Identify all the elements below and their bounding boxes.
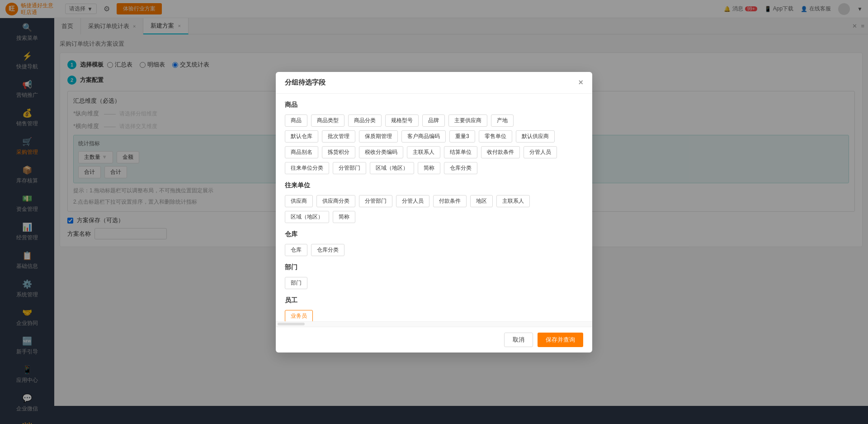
field-tag[interactable]: 付款条件 (433, 195, 467, 207)
field-tag[interactable]: 税收分类编码 (359, 146, 403, 158)
field-tag[interactable]: 分管人员 (396, 195, 429, 207)
field-tag[interactable]: 分管人员 (524, 146, 557, 158)
field-tags-employee: 业务员 (285, 310, 583, 322)
section-title-product: 商品 (285, 101, 583, 109)
field-tags-product-4: 往来单位分类 分管部门 区域（地区） 简称 仓库分类 (285, 162, 583, 174)
field-tag[interactable]: 仓库 (285, 244, 307, 256)
field-tag[interactable]: 分管部门 (359, 195, 392, 207)
dialog-footer: 取消 保存并查询 (276, 327, 592, 353)
field-tag[interactable]: 分管部门 (333, 162, 366, 174)
field-tag[interactable]: 主要供应商 (448, 114, 487, 127)
field-tag-employee[interactable]: 业务员 (285, 310, 313, 322)
field-tag[interactable]: 主联系人 (407, 146, 440, 158)
field-tag[interactable]: 区域（地区） (370, 162, 414, 174)
field-tags-product: 商品 商品类型 商品分类 规格型号 品牌 主要供应商 产地 (285, 114, 583, 127)
field-tag[interactable]: 默认仓库 (285, 130, 318, 143)
field-tag[interactable]: 仓库分类 (311, 244, 344, 256)
field-tag[interactable]: 往来单位分类 (285, 162, 329, 174)
field-tag[interactable]: 拣货积分 (322, 146, 355, 158)
field-tags-counterparty: 供应商 供应商分类 分管部门 分管人员 付款条件 地区 主联系人 (285, 195, 583, 207)
field-tag[interactable]: 区域（地区） (285, 211, 329, 223)
field-tag[interactable]: 部门 (285, 277, 307, 289)
dialog-hscrollbar[interactable] (276, 321, 592, 326)
field-tag[interactable]: 简称 (333, 211, 355, 223)
field-tag[interactable]: 商品分类 (348, 114, 382, 127)
dialog-header: 分组待选字段 × (276, 72, 592, 94)
overlay: 分组待选字段 × 商品 商品 商品类型 商品分类 规格型号 品牌 主要供应商 产… (0, 0, 868, 424)
field-tag[interactable]: 商品 (285, 114, 307, 127)
field-tag[interactable]: 供应商 (285, 195, 313, 207)
field-tag[interactable]: 结算单位 (444, 146, 477, 158)
cancel-button[interactable]: 取消 (504, 333, 533, 347)
field-tag[interactable]: 规格型号 (385, 114, 419, 127)
field-tag[interactable]: 主联系人 (496, 195, 530, 207)
field-tags-counterparty-2: 区域（地区） 简称 (285, 211, 583, 223)
field-tags-warehouse: 仓库 仓库分类 (285, 244, 583, 256)
dialog-body[interactable]: 商品 商品 商品类型 商品分类 规格型号 品牌 主要供应商 产地 默认仓库 批次… (276, 94, 592, 322)
field-tag[interactable]: 商品别名 (285, 146, 318, 158)
field-tags-department: 部门 (285, 277, 583, 289)
dialog-close-btn[interactable]: × (578, 78, 583, 86)
hscroll-thumb[interactable] (278, 323, 305, 325)
field-tag[interactable]: 产地 (491, 114, 514, 127)
field-tag[interactable]: 客户商品编码 (401, 130, 446, 143)
section-title-department: 部门 (285, 263, 583, 272)
field-tag[interactable]: 品牌 (422, 114, 445, 127)
field-tag[interactable]: 收付款条件 (481, 146, 520, 158)
section-title-warehouse: 仓库 (285, 230, 583, 238)
field-tag[interactable]: 供应商分类 (316, 195, 355, 207)
field-tags-product-3: 商品别名 拣货积分 税收分类编码 主联系人 结算单位 收付款条件 分管人员 (285, 146, 583, 158)
section-title-counterparty: 往来单位 (285, 181, 583, 190)
field-tag[interactable]: 默认供应商 (516, 130, 555, 143)
field-tag[interactable]: 重量3 (449, 130, 475, 143)
field-tag[interactable]: 商品类型 (311, 114, 344, 127)
field-tags-product-2: 默认仓库 批次管理 保质期管理 客户商品编码 重量3 零售单位 默认供应商 (285, 130, 583, 143)
field-tag[interactable]: 简称 (418, 162, 440, 174)
field-tag[interactable]: 零售单位 (479, 130, 512, 143)
field-tag[interactable]: 保质期管理 (359, 130, 398, 143)
field-tag[interactable]: 地区 (470, 195, 493, 207)
dialog: 分组待选字段 × 商品 商品 商品类型 商品分类 规格型号 品牌 主要供应商 产… (276, 72, 592, 353)
dialog-title: 分组待选字段 (285, 78, 326, 87)
field-tag[interactable]: 仓库分类 (444, 162, 477, 174)
confirm-button[interactable]: 保存并查询 (538, 333, 583, 347)
field-tag[interactable]: 批次管理 (322, 130, 355, 143)
section-title-employee: 员工 (285, 296, 583, 305)
